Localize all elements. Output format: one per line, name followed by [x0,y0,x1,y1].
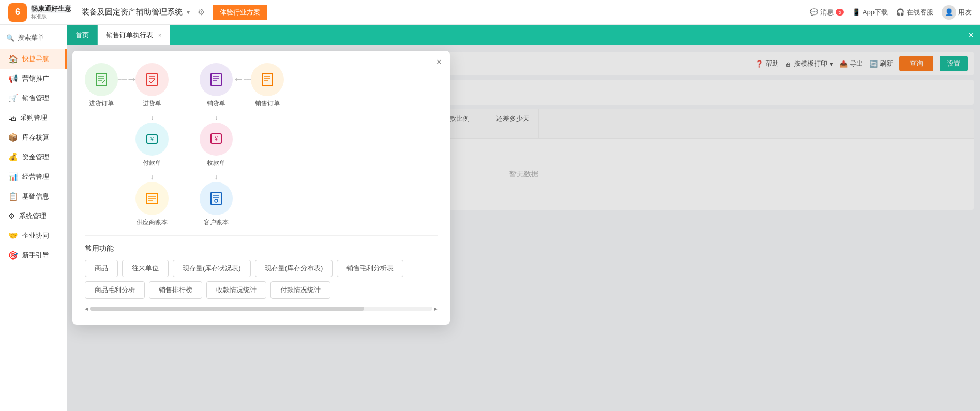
guide-label: 新手引导 [22,251,49,260]
sidebar-item-base[interactable]: 📋基础信息 [0,187,67,206]
sales-label: 销售管理 [22,94,49,103]
svg-rect-13 [211,73,221,86]
top-header: 6 畅康通好生意 标准版 装备及固定资产辅助管理系统 ▾ ⚙ 体验行业方案 💬 … [0,0,980,25]
common-function-button[interactable]: 商品 [85,260,118,277]
popup-panel: × 进货订单 - - - → [72,51,450,325]
user-name-label: 用友 [958,8,972,17]
system-label: 系统管理 [19,211,46,221]
svg-point-22 [215,199,218,202]
sidebar-item-collab[interactable]: 🤝企业协同 [0,226,67,246]
purchase-order-label: 进货订单 [89,99,114,108]
arrow-2: ← - - - [233,72,250,86]
base-icon: 📋 [8,192,18,201]
title-dropdown-arrow[interactable]: ▾ [187,9,190,16]
message-label: 消息 [820,8,834,17]
receipt-bill-icon: ¥ [200,123,233,156]
sidebar-item-guide[interactable]: 🎯新手引导 [0,246,67,265]
sidebar-item-system[interactable]: ⚙系统管理 [0,206,67,226]
message-button[interactable]: 💬 消息 5 [810,8,844,17]
sidebar-item-finance[interactable]: 💰资金管理 [0,147,67,167]
flow-diagram: 进货订单 - - - → 进货单 ↓ [85,63,438,231]
common-function-button[interactable]: 收款情况统计 [206,281,266,299]
tab-home[interactable]: 首页 [67,25,98,45]
payment-bill-label: 付款单 [143,159,161,168]
close-all-tabs-button[interactable]: × [962,30,980,41]
common-function-button[interactable]: 销售排行榜 [149,281,202,299]
settings-icon[interactable]: ⚙ [194,5,208,20]
arrow-down-2: ↓ [150,173,154,181]
sales-bill-item[interactable]: 销货单 [200,63,233,108]
search-label: 搜索菜单 [18,33,44,42]
scroll-track[interactable] [90,307,432,311]
common-function-button[interactable]: 商品毛利分析 [85,281,145,299]
popup-close-button[interactable]: × [436,57,442,68]
app-download-label: App下载 [863,8,888,17]
online-service-label: 在线客服 [907,8,933,17]
operation-icon: 📊 [8,172,18,181]
tab-close-icon[interactable]: × [158,32,161,38]
svg-rect-4 [147,73,157,86]
customer-ledger-icon [200,182,233,215]
logo-main: 畅康通好生意 [31,5,71,13]
sidebar-item-sales[interactable]: 🛒销售管理 [0,88,67,108]
scroll-left-arrow[interactable]: ◂ [85,305,88,312]
guide-icon: 🎯 [8,251,18,260]
service-icon: 🎧 [896,8,904,16]
common-function-button[interactable]: 销售毛利分析表 [337,260,403,277]
common-functions-title: 常用功能 [85,244,438,253]
common-functions: 常用功能 商品往来单位现存量(库存状况表)现存量(库存分布表)销售毛利分析表商品… [85,235,438,299]
common-function-button[interactable]: 现存量(库存状况表) [173,260,251,277]
sidebar-search[interactable]: 🔍 搜索菜单 [0,29,67,47]
inventory-icon: 📦 [8,133,18,142]
sales-icon: 🛒 [8,94,18,103]
common-function-button[interactable]: 现存量(库存分布表) [255,260,333,277]
common-function-button[interactable]: 付款情况统计 [270,281,330,299]
online-service-button[interactable]: 🎧 在线客服 [896,8,933,17]
flow-col-1: 进货订单 [85,63,118,112]
message-icon: 💬 [810,8,818,16]
user-area[interactable]: 👤 用友 [942,5,972,20]
quick-nav-label: 快捷导航 [22,54,49,64]
sidebar-item-marketing[interactable]: 📢营销推广 [0,69,67,88]
payment-bill-item[interactable]: ¥ 付款单 [135,123,169,168]
experience-button[interactable]: 体验行业方案 [213,5,267,20]
logo-text: 畅康通好生意 标准版 [31,5,71,20]
supplier-ledger-item[interactable]: 供应商账本 [135,182,169,227]
app-download-button[interactable]: 📱 App下载 [852,8,888,17]
sidebar-item-quick-nav[interactable]: 🏠快捷导航 [0,49,67,69]
finance-icon: 💰 [8,153,18,162]
scroll-right-arrow[interactable]: ▸ [434,305,438,312]
popup-scrollbar[interactable]: ◂ ▸ [85,305,438,312]
content-area: ❓ 帮助 🖨 按模板打印 ▾ 📤 导出 🔄 刷新 查询 设置 [67,45,980,411]
common-function-buttons: 商品往来单位现存量(库存状况表)现存量(库存分布表)销售毛利分析表商品毛利分析销… [85,260,438,299]
customer-ledger-item[interactable]: 客户账本 [200,182,233,227]
flow-col-3: 销货单 ↓ ¥ 收款单 ↓ [200,63,233,231]
phone-icon: 📱 [852,8,861,16]
sales-order-label: 销售订单 [255,99,280,108]
header-right: 💬 消息 5 📱 App下载 🎧 在线客服 👤 用友 [810,5,972,20]
tab-bar: 首页 销售订单执行表 × × [67,25,980,45]
sidebar-item-operation[interactable]: 📊经营管理 [0,167,67,187]
main-layout: 🔍 搜索菜单 🏠快捷导航📢营销推广🛒销售管理🛍采购管理📦库存核算💰资金管理📊经营… [0,25,980,411]
scroll-thumb[interactable] [90,307,364,311]
operation-label: 经营管理 [22,172,49,181]
arrow-down-1: ↓ [150,113,154,121]
supplier-ledger-icon [135,182,169,215]
sidebar: 🔍 搜索菜单 🏠快捷导航📢营销推广🛒销售管理🛍采购管理📦库存核算💰资金管理📊经营… [0,25,67,411]
purchase-order-item[interactable]: 进货订单 [85,63,118,108]
sidebar-item-inventory[interactable]: 📦库存核算 [0,128,67,147]
tab-sales-order-exec[interactable]: 销售订单执行表 × [98,25,170,45]
svg-text:¥: ¥ [150,136,154,142]
sales-tab-label: 销售订单执行表 [106,31,153,40]
sales-order-icon [251,63,284,96]
sidebar-items-container: 🏠快捷导航📢营销推广🛒销售管理🛍采购管理📦库存核算💰资金管理📊经营管理📋基础信息… [0,49,67,265]
receipt-bill-item[interactable]: ¥ 收款单 [200,123,233,168]
marketing-icon: 📢 [8,74,18,83]
sales-order-item[interactable]: 销售订单 [251,63,284,108]
common-function-button[interactable]: 往来单位 [122,260,169,277]
purchase-bill-item[interactable]: 进货单 [135,63,169,108]
sidebar-item-purchase[interactable]: 🛍采购管理 [0,108,67,128]
home-tab-label: 首页 [76,31,89,40]
quick-nav-icon: 🏠 [8,54,18,64]
popup-overlay[interactable]: × 进货订单 - - - → [67,45,980,411]
